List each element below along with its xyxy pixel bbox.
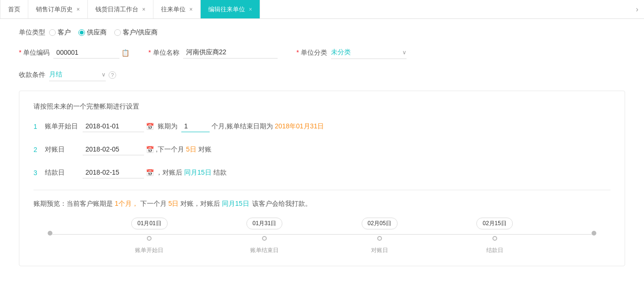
row-2-suffix-end: 对账 xyxy=(198,145,212,154)
timeline-start-dot xyxy=(48,218,52,236)
tab-sales-history[interactable]: 销售订单历史 × xyxy=(28,0,88,18)
timeline-container: 01月01日 账单开始日 01月31日 账单结束日 02月05日 xyxy=(34,218,610,254)
tab-cash-work-label: 钱货日清工作台 xyxy=(95,5,138,14)
timeline-label-2: 账单结束日 xyxy=(250,246,279,254)
tab-counterparty[interactable]: 往来单位 × xyxy=(153,0,201,18)
tab-edit-counterparty-label: 编辑往来单位 xyxy=(208,5,245,14)
timeline-label-3: 对账日 xyxy=(371,246,388,254)
unit-name-label: 单位名称 xyxy=(148,49,179,57)
preview-suffix: 该客户会给我打款。 xyxy=(252,200,312,207)
radio-supplier-circle xyxy=(78,29,85,36)
row-1-content: 📅 账期为 个月,账单结束日期为 2018年01月31日 xyxy=(83,120,610,132)
unit-category-group: 单位分类 未分类 ∨ xyxy=(297,46,407,59)
tab-cash-work-close[interactable]: × xyxy=(142,6,145,13)
radio-customer-circle xyxy=(49,29,56,36)
row-3-date-input[interactable] xyxy=(83,167,144,178)
preview-text: 账期预览：当前客户账期是 1个月， 下一个月 5日 对账，对账后 同月15日 该… xyxy=(34,200,610,208)
timeline-badge-3: 02月05日 xyxy=(362,218,398,229)
radio-both-circle xyxy=(114,29,121,36)
row-1-number: 1 xyxy=(34,123,45,130)
unit-category-select[interactable]: 未分类 ∨ xyxy=(331,46,407,59)
radio-customer[interactable]: 客户 xyxy=(49,28,71,37)
preview-section: 账期预览：当前客户账期是 1个月， 下一个月 5日 对账，对账后 同月15日 该… xyxy=(34,190,610,254)
row-1-period-end: 2018年01月31日 xyxy=(275,122,324,131)
preview-payment-highlight: 同月15日 xyxy=(222,200,249,207)
row-3-number: 3 xyxy=(34,169,45,177)
radio-supplier[interactable]: 供应商 xyxy=(78,28,107,37)
row-3-suffix-highlight: 同月15日 xyxy=(184,169,212,177)
unit-code-group: 单位编码 📋 xyxy=(19,47,129,59)
timeline-badge-2: 01月31日 xyxy=(246,218,283,229)
payment-terms-arrow-icon: ∨ xyxy=(102,71,106,78)
billing-row-2: 2 对账日 📅 ,下一个月 5日 对账 xyxy=(34,144,610,155)
billing-row-1: 1 账单开始日 📅 账期为 个月,账单结束日期为 2018年01月31日 xyxy=(34,120,610,132)
row-1-label: 账单开始日 xyxy=(45,122,83,131)
row-1-calendar-icon[interactable]: 📅 xyxy=(146,123,154,130)
payment-terms-group: 收款条件 月结 ∨ ? xyxy=(19,68,116,81)
tab-home-label: 首页 xyxy=(8,5,20,14)
row-3-suffix-normal: ，对账后 xyxy=(156,169,182,177)
unit-type-radio-group: 客户 供应商 客户/供应商 xyxy=(49,28,158,37)
timeline-node-2: 01月31日 账单结束日 xyxy=(246,218,283,254)
payment-terms-label: 收款条件 xyxy=(19,71,45,79)
timeline-end-dot xyxy=(592,218,596,236)
row-3-suffix-end: 结款 xyxy=(213,169,227,177)
billing-row-3: 3 结款日 📅 ，对账后 同月15日 结款 xyxy=(34,167,610,178)
timeline-end-circle xyxy=(592,231,596,236)
row-1-date-input[interactable] xyxy=(83,120,144,132)
row-3-calendar-icon[interactable]: 📅 xyxy=(146,169,154,177)
tab-sales-history-close[interactable]: × xyxy=(76,6,80,13)
timeline-label-4: 结款日 xyxy=(486,246,503,254)
timeline-label-1: 账单开始日 xyxy=(135,246,163,254)
unit-type-label: 单位类型 xyxy=(19,28,45,37)
unit-category-value: 未分类 xyxy=(331,48,398,57)
payment-terms-value: 月结 xyxy=(49,70,98,79)
preview-prefix: 账期预览：当前客户账期是 xyxy=(34,200,113,207)
unit-name-group: 单位名称 xyxy=(148,47,277,59)
row-2-label: 对账日 xyxy=(45,145,83,154)
unit-category-label: 单位分类 xyxy=(297,49,327,57)
row-2-content: 📅 ,下一个月 5日 对账 xyxy=(83,144,610,155)
preview-reconcile-highlight: 5日 xyxy=(168,200,178,207)
tab-cash-work[interactable]: 钱货日清工作台 × xyxy=(88,0,153,18)
tab-counterparty-label: 往来单位 xyxy=(161,5,186,14)
tab-sales-history-label: 销售订单历史 xyxy=(36,5,73,14)
timeline-row: 01月01日 账单开始日 01月31日 账单结束日 02月05日 xyxy=(43,218,601,254)
row-1-period-prefix: 账期为 xyxy=(158,122,178,131)
preview-month: 1个月， xyxy=(115,200,138,207)
row-3-label: 结款日 xyxy=(45,169,83,177)
tab-edit-counterparty[interactable]: 编辑往来单位 × xyxy=(201,0,260,18)
timeline-node-4: 02月15日 结款日 xyxy=(476,218,513,254)
timeline-dot-1 xyxy=(147,236,152,241)
payment-terms-select[interactable]: 月结 ∨ xyxy=(49,68,106,81)
tab-more-button[interactable]: › xyxy=(630,5,644,14)
radio-both-label: 客户/供应商 xyxy=(123,28,158,37)
unit-code-calendar-icon[interactable]: 📋 xyxy=(121,49,129,57)
unit-code-label: 单位编码 xyxy=(19,49,50,57)
tab-edit-counterparty-close[interactable]: × xyxy=(249,6,252,13)
row-2-suffix-highlight: 5日 xyxy=(186,145,196,154)
tab-home[interactable]: 首页 xyxy=(0,0,28,18)
unit-code-input[interactable] xyxy=(53,47,119,59)
payment-terms-help-icon[interactable]: ? xyxy=(109,71,116,79)
unit-type-group: 单位类型 客户 供应商 客户/供应商 xyxy=(19,28,158,37)
unit-info-row: 单位编码 📋 单位名称 单位分类 未分类 ∨ xyxy=(19,46,625,59)
row-1-period-input[interactable] xyxy=(181,120,210,132)
row-2-date-input[interactable] xyxy=(83,144,144,155)
timeline-badge-1: 01月01日 xyxy=(131,218,168,229)
radio-both[interactable]: 客户/供应商 xyxy=(114,28,158,37)
preview-reconcile-prefix: 下一个月 xyxy=(140,200,167,207)
timeline-node-1: 01月01日 账单开始日 xyxy=(131,218,168,254)
timeline-start-circle xyxy=(48,231,52,236)
panel-hint: 请按照未来的一个完整帐期进行设置 xyxy=(34,102,610,111)
unit-name-input[interactable] xyxy=(183,47,278,59)
timeline-badge-4: 02月15日 xyxy=(476,218,513,229)
radio-customer-label: 客户 xyxy=(58,28,71,37)
tab-counterparty-close[interactable]: × xyxy=(189,6,193,13)
payment-terms-row: 收款条件 月结 ∨ ? xyxy=(19,68,625,81)
row-2-number: 2 xyxy=(34,146,45,153)
timeline-dot-3 xyxy=(377,236,382,241)
row-2-calendar-icon[interactable]: 📅 xyxy=(146,146,154,153)
unit-type-row: 单位类型 客户 供应商 客户/供应商 xyxy=(19,28,625,37)
radio-supplier-label: 供应商 xyxy=(87,28,107,37)
